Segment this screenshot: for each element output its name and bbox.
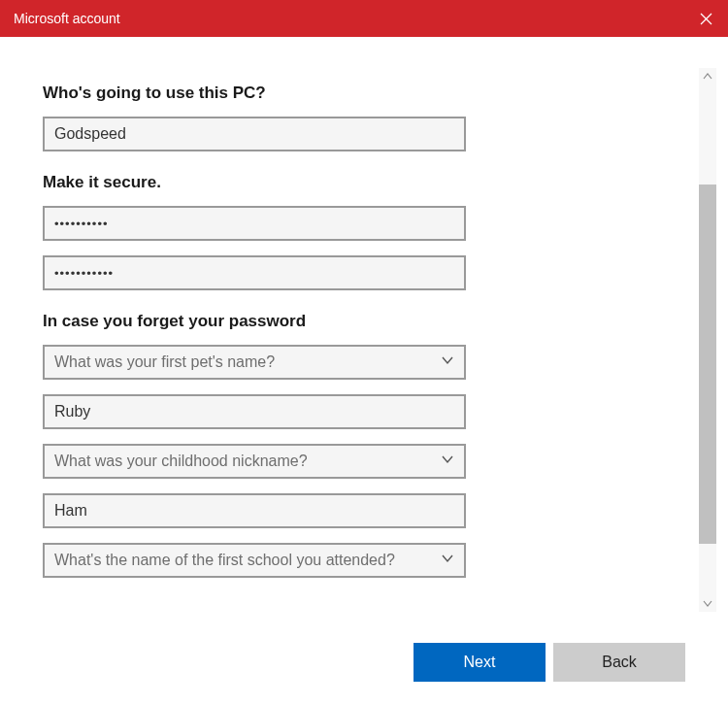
security-question-3-select[interactable]: What's the name of the first school you … [43, 543, 466, 578]
section-heading-security: In case you forget your password [43, 312, 685, 331]
security-answer-1-input[interactable] [43, 394, 466, 429]
confirm-password-input[interactable]: ••••••••••• [43, 255, 466, 290]
back-button[interactable]: Back [553, 643, 685, 682]
section-heading-password: Make it secure. [43, 173, 685, 192]
dialog-button-row: Next Back [414, 643, 685, 682]
security-question-3-label: What's the name of the first school you … [54, 552, 395, 569]
vertical-scrollbar[interactable] [699, 68, 716, 612]
chevron-down-icon [441, 453, 454, 470]
security-question-2-select[interactable]: What was your childhood nickname? [43, 444, 466, 479]
form-scroll-area: Who's going to use this PC? Make it secu… [43, 84, 685, 647]
scroll-up-arrow-icon[interactable] [699, 68, 716, 85]
username-input-inner[interactable] [54, 118, 454, 150]
security-answer-2-inner[interactable] [54, 495, 454, 526]
dialog-body: Who's going to use this PC? Make it secu… [0, 37, 728, 705]
chevron-down-icon [441, 353, 454, 371]
chevron-down-icon [441, 552, 454, 569]
security-answer-1-inner[interactable] [54, 396, 454, 427]
security-question-1-select[interactable]: What was your first pet's name? [43, 345, 466, 380]
section-heading-user: Who's going to use this PC? [43, 84, 685, 103]
username-input[interactable] [43, 117, 466, 151]
window-titlebar: Microsoft account [0, 0, 728, 37]
close-icon[interactable] [697, 10, 714, 27]
scroll-down-arrow-icon[interactable] [699, 594, 716, 612]
window-title: Microsoft account [14, 11, 120, 26]
scrollbar-thumb[interactable] [699, 185, 716, 544]
next-button[interactable]: Next [414, 643, 546, 682]
security-question-2-label: What was your childhood nickname? [54, 453, 308, 470]
security-question-1-label: What was your first pet's name? [54, 353, 275, 371]
password-masked: •••••••••• [54, 217, 109, 231]
confirm-password-masked: ••••••••••• [54, 266, 114, 281]
password-input[interactable]: •••••••••• [43, 206, 466, 241]
security-answer-2-input[interactable] [43, 493, 466, 528]
